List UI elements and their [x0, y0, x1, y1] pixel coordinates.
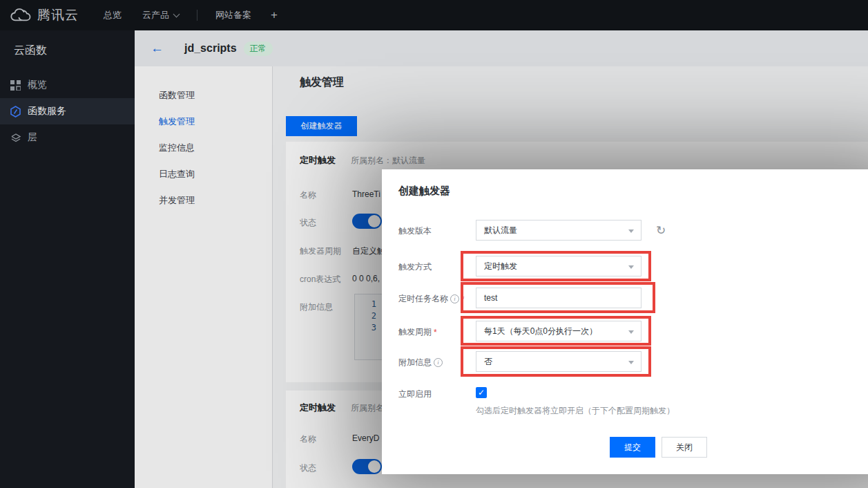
close-button[interactable]: 关闭: [662, 437, 707, 458]
modal-title: 创建触发器: [398, 185, 450, 198]
caret-down-icon: [628, 330, 634, 334]
caret-down-icon: [628, 361, 634, 364]
task-name-input[interactable]: test: [476, 288, 642, 308]
caret-down-icon: [628, 265, 634, 269]
enable-now-hint: 勾选后定时触发器将立即开启（于下个配置周期触发）: [476, 405, 675, 417]
label-task-name: 定时任务名称 i *: [398, 293, 465, 305]
label-extra-info: 附加信息 i: [398, 357, 443, 368]
label-trigger-period: 触发周期 *: [398, 326, 437, 338]
check-icon: ✓: [478, 388, 485, 397]
info-icon: i: [434, 358, 443, 367]
trigger-version-select[interactable]: 默认流量: [476, 220, 642, 241]
label-enable-now: 立即启用: [398, 388, 432, 400]
create-trigger-modal: 创建触发器 触发版本 默认流量 ↻ 触发方式 定时触发 定时任务名称 i * t…: [382, 169, 868, 474]
info-icon: i: [450, 294, 459, 303]
caret-down-icon: [628, 229, 634, 233]
trigger-period-select[interactable]: 每1天（每天0点0分执行一次）: [476, 321, 642, 341]
required-asterisk: *: [461, 294, 465, 304]
required-asterisk: *: [434, 328, 437, 337]
enable-now-checkbox[interactable]: ✓: [476, 387, 487, 398]
refresh-icon[interactable]: ↻: [656, 223, 666, 238]
extra-info-select[interactable]: 否: [476, 351, 642, 372]
label-trigger-version: 触发版本: [398, 225, 432, 237]
label-trigger-method: 触发方式: [398, 261, 432, 273]
trigger-method-select[interactable]: 定时触发: [476, 256, 642, 276]
submit-button[interactable]: 提交: [610, 437, 655, 458]
